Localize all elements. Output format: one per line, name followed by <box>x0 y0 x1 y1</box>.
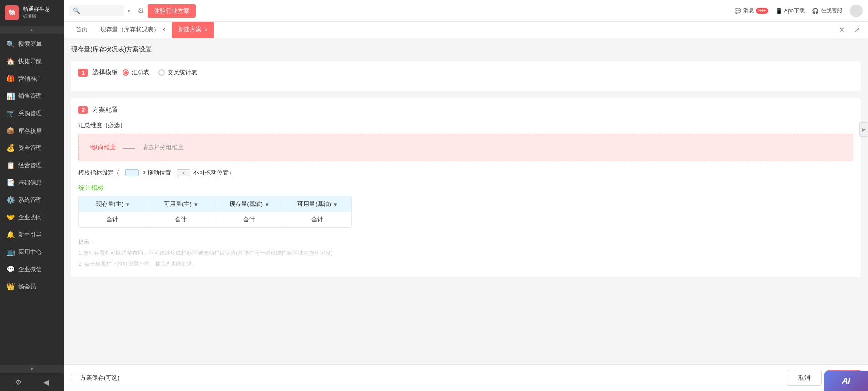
handshake-icon: 🤝 <box>6 213 15 221</box>
sidebar-item-enterprise-wechat[interactable]: 💬 企业微信 <box>0 261 64 278</box>
dimension-placeholder[interactable]: 请选择分组维度 <box>142 144 184 152</box>
sidebar-logo: 畅 畅通好生意 标准版 <box>0 0 64 26</box>
col-body-1: 合计 <box>147 212 215 227</box>
stats-table-body: 合计 合计 合计 合计 <box>79 212 351 227</box>
tv-icon: 📺 <box>6 248 15 256</box>
tip-2: 2. 点击标题栏下拉可设置排序、插入列和删除列 <box>78 258 853 269</box>
section2-header: 2 方案配置 <box>78 106 853 114</box>
sidebar-item-guide[interactable]: 🔔 新手引导 <box>0 226 64 243</box>
collapse-sidebar-icon[interactable]: ◀ <box>43 378 49 386</box>
chat-icon: 💬 <box>6 265 15 273</box>
money-icon: 💰 <box>6 144 15 152</box>
tab-inventory-status[interactable]: 现存量（库存状况表） × <box>94 22 172 38</box>
draggable-box <box>125 169 139 176</box>
sidebar-item-app-center[interactable]: 📺 应用中心 <box>0 243 64 261</box>
content-area: 现存量(库存状况表)方案设置 1 选择模板 汇总表 交叉统计表 <box>64 38 868 364</box>
col-body-2: 合计 <box>215 212 284 227</box>
messages-group[interactable]: 💬 消息 99+ <box>735 7 768 15</box>
crown-icon: 👑 <box>6 283 15 291</box>
topbar-right: 💬 消息 99+ 📱 App下载 🎧 在线客服 <box>735 5 863 17</box>
tab-new-scheme-close[interactable]: × <box>204 26 208 33</box>
search-box[interactable]: 🔍 <box>69 5 124 16</box>
sidebar-footer: ⚙ ◀ <box>0 373 64 391</box>
online-service-group[interactable]: 🎧 在线客服 <box>812 7 842 15</box>
sidebar-item-basic-info[interactable]: 📑 基础信息 <box>0 174 64 191</box>
user-avatar[interactable] <box>850 5 863 17</box>
undraggable-indicator: 不可拖动位置） <box>177 169 235 177</box>
modal-expand-btn[interactable]: ⤢ <box>851 25 863 35</box>
chart-icon: 📊 <box>6 92 15 100</box>
sidebar-item-operations[interactable]: 📋 经营管理 <box>0 157 64 174</box>
stats-label: 统计指标 <box>78 184 853 192</box>
radio-cross-circle <box>158 69 165 76</box>
bell-icon: 🔔 <box>6 231 15 239</box>
col-header-3: 可用量(基辅) ▾ <box>283 196 351 212</box>
tip-1: 1.拖动标题栏可以调整布局，不可跨维度或指标区域拖动栏目字段(只能在同一维度或指… <box>78 247 853 258</box>
sidebar-item-system[interactable]: ⚙️ 系统管理 <box>0 191 64 209</box>
stats-table-header: 现存量(主) ▾ 可用量(主) ▾ 现存量(基辅) ▾ 可用量(基辅) <box>79 196 351 212</box>
ai-badge[interactable]: Ai <box>824 371 868 391</box>
radio-summary-circle <box>123 69 129 76</box>
sidebar-item-search[interactable]: 🔍 搜索菜单 <box>0 36 64 53</box>
box-icon: 📦 <box>6 127 15 135</box>
template-row: 模板指标设定（ 可拖动位置 不可拖动位置） <box>78 169 853 177</box>
home-icon: 🏠 <box>6 57 15 66</box>
cancel-button[interactable]: 取消 <box>787 370 822 386</box>
tab-inventory-status-close[interactable]: × <box>162 26 165 33</box>
topbar-gear-icon[interactable]: ⚙ <box>138 6 144 15</box>
search-icon: 🔍 <box>73 7 80 14</box>
modal-close-btn[interactable]: ✕ <box>836 25 848 35</box>
col-header-0: 现存量(主) ▾ <box>79 196 147 212</box>
sidebar-item-marketing[interactable]: 🎁 营销推广 <box>0 70 64 87</box>
sidebar-scroll-up[interactable]: ▲ <box>0 26 64 34</box>
radio-summary[interactable]: 汇总表 <box>123 68 149 77</box>
settings-icon[interactable]: ⚙ <box>15 378 22 386</box>
tab-home[interactable]: 首页 <box>69 22 94 38</box>
template-radio-group: 汇总表 交叉统计表 <box>123 68 197 77</box>
save-checkbox[interactable] <box>71 375 77 381</box>
clipboard-icon: 📋 <box>6 161 15 170</box>
dimension-box: *纵向维度 —— 请选择分组维度 <box>78 134 853 161</box>
template-indicator-row: 模板指标设定（ 可拖动位置 不可拖动位置） <box>78 169 853 177</box>
footer: 方案保存(可选) 取消 查询 <box>64 364 868 391</box>
sidebar-item-inventory[interactable]: 📦 库存核算 <box>0 122 64 139</box>
message-icon: 💬 <box>735 8 741 14</box>
right-panel-chevron-icon: ▶ <box>862 126 866 133</box>
sidebar-item-quick-nav[interactable]: 🏠 快捷导航 <box>0 53 64 70</box>
col-header-2: 现存量(基辅) ▾ <box>215 196 284 212</box>
industry-btn[interactable]: 体验行业方案 <box>148 4 196 18</box>
tips-title: 提示： <box>78 237 853 247</box>
dimension-dash: —— <box>123 144 135 151</box>
search-input[interactable] <box>82 8 118 14</box>
draggable-indicator: 可拖动位置 <box>125 169 171 177</box>
col-3-dropdown-icon[interactable]: ▾ <box>334 201 337 208</box>
search-dropdown-icon[interactable]: ▾ <box>128 8 130 14</box>
sidebar-item-cooperation[interactable]: 🤝 企业协同 <box>0 209 64 226</box>
search-icon: 🔍 <box>6 40 15 48</box>
section-config: 2 方案配置 汇总维度（必选） *纵向维度 —— 请选择分组维度 模板指标设定（… <box>71 98 861 277</box>
sidebar: 畅 畅通好生意 标准版 ▲ 🔍 搜索菜单 🏠 快捷导航 🎁 营销推广 📊 销售管… <box>0 0 64 391</box>
tab-new-scheme[interactable]: 新建方案 × <box>172 22 214 38</box>
right-panel-toggle[interactable]: ▶ <box>859 122 868 137</box>
section1-header: 1 选择模板 汇总表 交叉统计表 <box>78 68 853 77</box>
page-title: 现存量(库存状况表)方案设置 <box>71 46 861 54</box>
section-template: 1 选择模板 汇总表 交叉统计表 <box>71 61 861 91</box>
sidebar-scroll-down[interactable]: ▼ <box>0 365 64 373</box>
sidebar-item-member[interactable]: 👑 畅会员 <box>0 278 64 295</box>
sidebar-item-sales[interactable]: 📊 销售管理 <box>0 87 64 105</box>
phone-icon: 📱 <box>776 8 782 14</box>
sidebar-item-purchase[interactable]: 🛒 采购管理 <box>0 105 64 122</box>
col-1-dropdown-icon[interactable]: ▾ <box>194 201 198 208</box>
sidebar-item-finance[interactable]: 💰 资金管理 <box>0 139 64 157</box>
radio-cross[interactable]: 交叉统计表 <box>158 68 197 77</box>
col-2-dropdown-icon[interactable]: ▾ <box>266 201 269 208</box>
col-0-dropdown-icon[interactable]: ▾ <box>126 201 129 208</box>
save-option[interactable]: 方案保存(可选) <box>71 374 120 382</box>
app-download-group[interactable]: 📱 App下载 <box>776 7 805 15</box>
stats-table: 现存量(主) ▾ 可用量(主) ▾ 现存量(基辅) ▾ 可用量(基辅) <box>78 196 352 228</box>
col-header-1: 可用量(主) ▾ <box>147 196 215 212</box>
gift-icon: 🎁 <box>6 75 15 83</box>
gear-icon: ⚙️ <box>6 196 15 204</box>
topbar: 🔍 ▾ ⚙ 体验行业方案 💬 消息 99+ 📱 App下载 🎧 在线客服 <box>64 0 868 22</box>
col-body-3: 合计 <box>283 212 351 227</box>
